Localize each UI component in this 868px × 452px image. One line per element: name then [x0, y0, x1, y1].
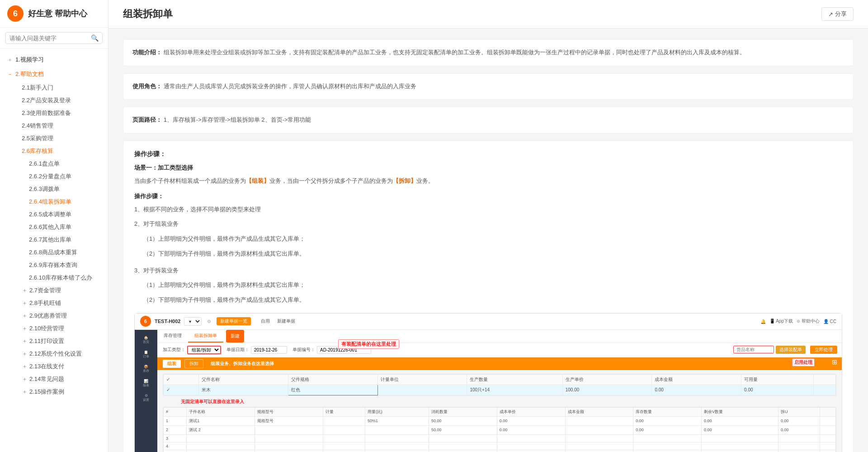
mock-sidebar-inv[interactable]: 📦库存 [138, 362, 154, 376]
mock-date-input[interactable] [251, 346, 287, 354]
mock-select-btn-wrap: 选择装配单 [733, 346, 806, 354]
mock-goods-input[interactable] [733, 346, 774, 353]
cell-usage [365, 425, 429, 434]
mock-process-btn[interactable]: 立即处理 [810, 346, 837, 354]
sidebar-item-docs[interactable]: － 2.帮助文档 [0, 67, 108, 81]
sidebar-item-capital[interactable]: ＋2.7资金管理 [14, 284, 108, 297]
mock-sidebar-order[interactable]: 📋订单 [138, 348, 154, 362]
mock-company-select[interactable]: ▾ [184, 317, 202, 326]
mock-icon-4: 👤 CC [823, 319, 836, 324]
mock-content-area: ✓ 父件名称 父件规格 计量单位 生产数量 生产单价 成本金额 [157, 370, 842, 452]
sidebar-item-cost-adj[interactable]: 2.6.5成本调整单 [14, 208, 108, 221]
mock-logo: 6 [140, 316, 151, 327]
col-unit: 计量 [323, 407, 365, 416]
sidebar-item-cost-recalc[interactable]: 2.6.8商品成本重算 [14, 246, 108, 259]
mock-company: TEST-H002 [155, 319, 180, 324]
mock-tab-inventory[interactable]: 库存管理 [157, 330, 188, 343]
mock-tab-assembly[interactable]: 组装拆卸单 [188, 330, 223, 343]
cell-remain: 0.00 [702, 425, 778, 434]
mock-select-btn[interactable]: 选择装配单 [776, 346, 806, 354]
sidebar-item-inv-check[interactable]: 2.6.9库存账本查询 [14, 259, 108, 271]
steps-sub-title: 操作步骤： [134, 192, 842, 200]
mock-expand-icon[interactable]: ⊞ [832, 358, 837, 366]
sidebar-item-sales[interactable]: 2.4销售管理 [14, 119, 108, 132]
mock-type-select[interactable]: 组装/拆卸 [187, 346, 221, 354]
col-usage: 用量(比) [365, 407, 429, 416]
mock-nav-new[interactable]: 新建单据 [274, 317, 298, 325]
label: 2.1新手入门 [22, 84, 53, 91]
sidebar-item-ops[interactable]: ＋2.10经营管理 [14, 322, 108, 335]
role-text: 通常由生产人员或库管人员完成拆装业务的操作，库管人员确认原材料的出库和产成品的入… [164, 83, 416, 90]
sidebar-item-other-in[interactable]: 2.6.6其他入库单 [14, 221, 108, 233]
col-unit: 计量单位 [377, 374, 467, 385]
search-icon[interactable]: 🔍 [91, 34, 99, 42]
col-cost-amt: 成本金额 [565, 407, 633, 416]
main-content: 组装拆卸单 ↗ 分享 功能介绍： 组装拆卸单用来处理企业组装或拆卸等加工业务，支… [108, 0, 868, 452]
sidebar-item-purchase[interactable]: 2.5采购管理 [14, 132, 108, 145]
mock-sidebar: 🏠首页 📋订单 📦库存 📊报表 ⚙设置 [135, 330, 157, 452]
sidebar-item-inv-wrong[interactable]: 2.6.10库存账本错了么办 [14, 271, 108, 284]
step3-1-text: （1）上部明细为父件明细，最终作为原材料生成其它出库单； [134, 280, 842, 291]
mock-assembly-type-btn[interactable]: 组装 [163, 360, 181, 368]
plus-icon: ＋ [22, 300, 28, 306]
mock-sidebar-report[interactable]: 📊报表 [138, 377, 154, 390]
share-button[interactable]: ↗ 分享 [821, 7, 854, 21]
mock-add-btn[interactable]: 新建单据一览 [217, 317, 251, 325]
sidebar-item-online-pay[interactable]: ＋2.13在线支付 [14, 360, 108, 373]
feature-info-box: 功能介绍： 组装拆卸单用来处理企业组装或拆卸等加工业务，支持有固定装配清单的产品… [123, 39, 854, 66]
path-label: 页面路径： [132, 116, 162, 123]
mock-sidebar-home[interactable]: 🏠首页 [138, 333, 154, 347]
cell-uprice: 0.00 [652, 385, 741, 395]
sidebar-item-cases[interactable]: ＋2.15操作案例 [14, 385, 108, 398]
col-cost: 成本金额 [652, 374, 741, 385]
sidebar-item-other-out[interactable]: 2.6.7其他出库单 [14, 233, 108, 246]
sidebar-item-split-stocktake[interactable]: 2.6.2分量盘点单 [14, 170, 108, 183]
mock-nav-home[interactable]: 自用 [258, 317, 273, 325]
col-prod-qty: 生产数量 [467, 374, 562, 385]
cell-unit [377, 385, 467, 395]
mock-field-date: 单据日期： [226, 346, 287, 354]
mock-disassembly-type-btn[interactable]: 拆卸 [184, 359, 203, 368]
sidebar-item-video[interactable]: ＋ 1.视频学习 [0, 52, 108, 67]
col-check: ✓ [164, 374, 199, 385]
mock-tab-close[interactable]: 新建 [226, 330, 244, 343]
sidebar-item-new-user[interactable]: 2.1新手入门 [14, 81, 108, 94]
cell-qty: 100.00 [562, 385, 652, 395]
sidebar-item-inventory[interactable]: 2.6库存核算 [14, 145, 108, 157]
sidebar-item-stocktake[interactable]: 2.6.1盘点单 [14, 157, 108, 170]
scene1-desc: 当由多个子件材料组装成一个成品的业务为【组装】业务，当由一个父件拆分成多个子产品… [134, 176, 842, 187]
cell-consume: 50.00 [429, 425, 497, 434]
cell-remain: 0.00 [702, 416, 778, 425]
cell-spec: 规格型号 [255, 416, 323, 425]
label: 2.6库存核算 [22, 147, 53, 154]
cell-avail [814, 385, 836, 395]
sidebar-item-assembly[interactable]: 2.6.4组装拆卸单 [14, 195, 108, 208]
table-row: 1 测试1 规格型号 50%1 50.00 0.00 [164, 416, 836, 425]
sidebar-item-print[interactable]: ＋2.11打印设置 [14, 335, 108, 347]
col-sub-name: 子件名称 [187, 407, 255, 416]
annotation-warning-1: 有装配清单的在这里处理 [338, 339, 399, 349]
sidebar-item-mobile[interactable]: ＋2.8手机旺铺 [14, 297, 108, 309]
search-input[interactable] [9, 35, 91, 42]
mock-date-label: 单据日期： [226, 347, 249, 353]
sidebar-nav: ＋ 1.视频学习 － 2.帮助文档 2.1新手入门 2.2产品安装及登录 2.3… [0, 49, 108, 452]
mock-upper-table: ✓ 父件名称 父件规格 计量单位 生产数量 生产单价 成本金额 [163, 374, 836, 395]
sidebar-item-custom[interactable]: ＋2.12系统个性化设置 [14, 347, 108, 360]
mock-num-label: 单据编号： [292, 347, 315, 353]
sidebar-item-adj[interactable]: 2.6.3调拨单 [14, 183, 108, 195]
content-area: 功能介绍： 组装拆卸单用来处理企业组装或拆卸等加工业务，支持有固定装配清单的产品… [108, 29, 868, 452]
cell-name: 测试 2 [187, 425, 255, 434]
cell-inv: 0.00 [633, 425, 702, 434]
cell-unit [323, 425, 365, 434]
mock-sidebar-settings[interactable]: ⚙设置 [138, 391, 154, 405]
sidebar-item-data-prep[interactable]: 2.3使用前数据准备 [14, 107, 108, 119]
mock-upper-table-header: ✓ 父件名称 父件规格 计量单位 生产数量 生产单价 成本金额 [164, 374, 836, 385]
sidebar-item-coupon[interactable]: ＋2.9优惠券管理 [14, 309, 108, 322]
cell-act [820, 416, 835, 425]
mock-app-body: 🏠首页 📋订单 📦库存 📊报表 ⚙设置 库存管理 组装拆卸单 [135, 330, 842, 452]
logo-text: 好生意 帮助中心 [28, 8, 87, 19]
sidebar-item-faq[interactable]: ＋2.14常见问题 [14, 373, 108, 385]
share-label: 分享 [835, 10, 847, 18]
sidebar-item-install[interactable]: 2.2产品安装及登录 [14, 94, 108, 107]
plus-icon: ＋ [22, 376, 28, 382]
